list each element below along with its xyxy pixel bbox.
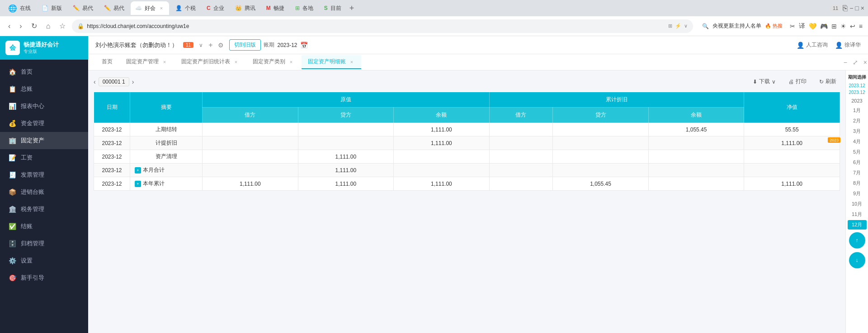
forward-button[interactable]: ›	[17, 21, 24, 31]
browser-tab-new[interactable]: 📄 新版	[37, 1, 66, 15]
lightning-icon: ⚡	[675, 23, 681, 29]
cell-date: 2023-12	[94, 177, 130, 191]
settings-btn[interactable]: ⚙	[218, 42, 224, 49]
cell-orig-debit	[203, 136, 298, 150]
tab-home-label: 首页	[102, 58, 113, 66]
brightness-icon[interactable]: ☀	[840, 23, 846, 30]
close-depreciation-tab[interactable]: ×	[233, 59, 239, 65]
sidebar-label-purchase: 进销台账	[21, 188, 44, 196]
close-fixed-assets-tab[interactable]: ×	[161, 59, 168, 65]
tab-depreciation-label: 固定资产折旧统计表	[181, 58, 230, 66]
back-button[interactable]: ‹	[5, 21, 13, 31]
sidebar-item-reports[interactable]: 📊 报表中心	[0, 98, 88, 115]
browser-tab-muqian[interactable]: S 目前	[320, 1, 346, 15]
browser-tab-qiye[interactable]: C 企业	[202, 1, 229, 15]
cell-orig-balance	[394, 164, 490, 177]
service-button[interactable]: 👤 人工咨询	[797, 41, 828, 49]
new-tab-button[interactable]: +	[348, 4, 356, 13]
period-month-6[interactable]: 6月	[848, 158, 867, 167]
tab-close-haokuai[interactable]: ×	[158, 5, 165, 11]
browser-tab-haokuai[interactable]: ☁️ 好会 ×	[131, 1, 169, 15]
period-month-12[interactable]: 12月	[848, 220, 867, 230]
period-month-3[interactable]: 3月	[848, 127, 867, 136]
print-button[interactable]: 🖨 打印	[785, 76, 810, 87]
address-bar[interactable]: 🔒 https://cloud.chanjet.com/accounting/u…	[72, 19, 693, 33]
bookmark-button[interactable]: ☆	[57, 21, 68, 31]
dropdown-chevron[interactable]: ∨	[199, 42, 203, 48]
maximize-icon[interactable]: ⤢	[852, 58, 859, 67]
reports-icon: 📊	[8, 102, 16, 110]
tab-assets-category[interactable]: 固定资产类别 ×	[246, 55, 301, 69]
scroll-up-button[interactable]: ↑	[849, 232, 865, 249]
window-minimize[interactable]: −	[849, 5, 853, 12]
period-month-2[interactable]: 2月	[848, 116, 867, 126]
download-button[interactable]: ⬇ 下载 ∨	[749, 76, 779, 87]
sidebar-item-payroll[interactable]: 📝 工资	[0, 149, 88, 166]
period-month-10[interactable]: 10月	[848, 199, 867, 209]
sidebar-item-finance[interactable]: 💰 资金管理	[0, 115, 88, 132]
sidebar-item-settings[interactable]: ⚙️ 设置	[0, 252, 88, 269]
prev-page-button[interactable]: ‹	[94, 78, 96, 85]
home-button[interactable]: ⌂	[43, 21, 53, 31]
browser-tab-tencent[interactable]: 👑 腾讯	[231, 1, 260, 15]
window-close[interactable]: ×	[861, 5, 864, 12]
wallet-icon[interactable]: 💛	[809, 23, 816, 30]
reload-button[interactable]: ↻	[28, 21, 40, 31]
tab-label: 好会	[145, 5, 156, 12]
refresh-button[interactable]: ↻ 刷新	[816, 76, 840, 87]
undo-icon[interactable]: ↩	[850, 23, 855, 30]
add-company-button[interactable]: +	[208, 41, 212, 49]
dropdown-icon[interactable]: ∨	[684, 23, 688, 29]
close-detail-tab[interactable]: ×	[349, 59, 355, 65]
tab-fixed-assets-mgmt[interactable]: 固定资产管理 ×	[120, 55, 174, 69]
tab-depreciation-table[interactable]: 固定资产折旧统计表 ×	[175, 55, 245, 69]
user-button[interactable]: 👤 徐译华	[835, 41, 861, 49]
yidai2-icon: ✏️	[104, 5, 111, 11]
grid-icon[interactable]: ⊞	[831, 23, 837, 30]
cell-summary: + 本月合计	[130, 164, 203, 177]
menu-icon[interactable]: ≡	[859, 23, 863, 30]
next-page-button[interactable]: ›	[132, 78, 134, 85]
period-month-4[interactable]: 4月	[848, 137, 867, 146]
close-panel-icon[interactable]: ×	[863, 58, 868, 67]
table-row: 2023-12 + 本月合计 1,111.00	[94, 164, 840, 177]
period-month-7[interactable]: 7月	[848, 168, 867, 178]
cell-dep-debit	[489, 136, 553, 150]
close-category-tab[interactable]: ×	[288, 59, 294, 65]
browser-tab-online[interactable]: 🌐 在线	[4, 1, 35, 15]
sidebar-item-guide[interactable]: 🎯 新手引导	[0, 269, 88, 286]
browser-tab-yidai2[interactable]: ✏️ 易代	[99, 1, 129, 15]
calendar-icon[interactable]: 📅	[300, 42, 308, 49]
sidebar-item-home[interactable]: 🏠 首页	[0, 63, 88, 80]
tab-home[interactable]: 首页	[95, 55, 119, 69]
gamepad-icon[interactable]: 🎮	[820, 23, 828, 30]
browser-tab-yidai1[interactable]: ✏️ 易代	[68, 1, 98, 15]
period-month-1[interactable]: 1月	[848, 106, 867, 115]
period-month-5[interactable]: 5月	[848, 147, 867, 157]
browser-tab-geshui[interactable]: 👤 个税	[171, 1, 200, 15]
scissors-icon[interactable]: ✂	[790, 23, 795, 30]
browser-tab-gedi[interactable]: ⊞ 各地	[291, 1, 318, 15]
period-value: 2023-12	[277, 42, 297, 48]
sidebar-item-tax[interactable]: 🏛️ 税务管理	[0, 201, 88, 218]
period-month-11[interactable]: 11月	[848, 210, 867, 219]
translate-icon[interactable]: 译	[799, 22, 805, 30]
sidebar-item-close-accounts[interactable]: ✅ 结账	[0, 218, 88, 235]
period-date-1: 2023.12	[849, 83, 865, 88]
sidebar-item-fixed-assets[interactable]: 🏢 固定资产	[0, 132, 88, 149]
period-month-9[interactable]: 9月	[848, 189, 867, 198]
window-maximize[interactable]: □	[855, 5, 859, 12]
minimize-icon[interactable]: −	[843, 58, 848, 67]
sidebar-item-invoice[interactable]: 🧾 发票管理	[0, 166, 88, 183]
switch-version-button[interactable]: 切到旧版	[229, 39, 261, 51]
tab-list-icon[interactable]: ⎘	[843, 4, 848, 13]
period-year[interactable]: 2023	[848, 97, 867, 105]
scroll-down-button[interactable]: ↓	[849, 252, 865, 268]
browser-tab-changjie[interactable]: M 畅捷	[262, 1, 289, 15]
online-icon: 🌐	[8, 4, 17, 13]
tab-assets-detail[interactable]: 固定资产明细账 ×	[302, 55, 361, 69]
sidebar-item-archive[interactable]: 🗄️ 归档管理	[0, 235, 88, 252]
period-month-8[interactable]: 8月	[848, 178, 867, 188]
sidebar-item-general-ledger[interactable]: 📋 总账	[0, 80, 88, 98]
sidebar-item-purchase-sales[interactable]: 📦 进销台账	[0, 183, 88, 201]
